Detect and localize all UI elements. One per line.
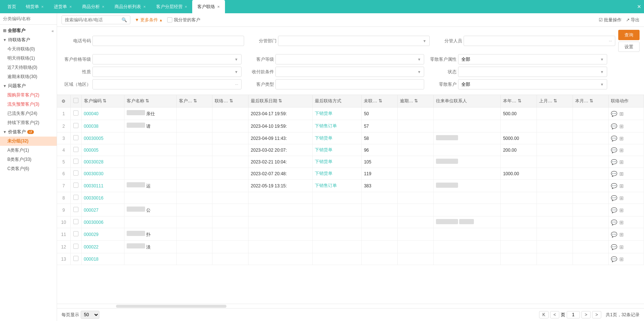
reset-button[interactable]: 设置	[618, 42, 640, 52]
sidebar-item-abnormal[interactable]: 囤购异常客户(2)	[0, 91, 57, 100]
th-overdue[interactable]: 逾期… ⇅	[398, 95, 434, 107]
more-icon[interactable]: ⊞	[619, 207, 624, 213]
row-checkbox[interactable]	[73, 159, 78, 164]
th-last-contact-date[interactable]: 最后联系日期 ⇅	[249, 95, 313, 107]
message-icon[interactable]: 💬	[611, 171, 617, 177]
cell-checkbox[interactable]	[70, 228, 81, 241]
message-icon[interactable]: 💬	[611, 195, 617, 201]
scrollbar-area[interactable]	[57, 304, 644, 308]
contact-method-link[interactable]: 下销货单	[315, 111, 332, 116]
row-checkbox[interactable]	[73, 183, 78, 188]
sidebar-search-input[interactable]	[3, 16, 57, 21]
row-checkbox[interactable]	[73, 110, 78, 116]
tab-close-sales-order[interactable]: ×	[41, 4, 43, 9]
th-contact[interactable]: 联络… ⇅	[212, 95, 249, 107]
filter-select-status[interactable]: ▼	[458, 67, 607, 77]
th-unlink-days[interactable]: 未联… ⇅	[362, 95, 398, 107]
cell-checkbox[interactable]	[70, 156, 81, 168]
filter-input-phone[interactable]	[92, 36, 244, 46]
cell-checkbox[interactable]	[70, 241, 81, 253]
th-name[interactable]: 客户名称 ⇅	[124, 95, 177, 107]
tab-close-product-analysis-list[interactable]: ×	[143, 4, 145, 9]
more-icon[interactable]: ⊞	[619, 219, 624, 225]
first-page-btn[interactable]: K	[539, 311, 549, 318]
message-icon[interactable]: 💬	[611, 256, 617, 262]
row-checkbox[interactable]	[73, 256, 78, 261]
more-icon[interactable]: ⊞	[619, 123, 624, 129]
more-icon[interactable]: ⊞	[619, 195, 624, 201]
more-icon[interactable]: ⊞	[619, 159, 624, 165]
all-customers-header[interactable]: ⊞ 全部客户 «	[0, 25, 57, 35]
cell-checkbox[interactable]	[70, 192, 81, 204]
tab-home[interactable]: 首页	[3, 0, 21, 13]
sidebar-item-churn-warning[interactable]: 流失预警客户(3)	[0, 100, 57, 109]
tab-close-customer-segment[interactable]: ×	[185, 4, 187, 9]
th-contacts-person[interactable]: 往来单位联系人	[433, 95, 500, 107]
message-icon[interactable]: 💬	[611, 123, 617, 129]
message-icon[interactable]: 💬	[611, 183, 617, 189]
th-checkbox[interactable]	[70, 95, 81, 107]
cell-checkbox[interactable]	[70, 133, 81, 144]
filter-select-manager[interactable]: ···	[464, 36, 615, 46]
more-conditions-btn[interactable]: ▼ 更多条件 ▲	[135, 17, 163, 23]
more-icon[interactable]: ⊞	[619, 232, 624, 237]
contact-method-link[interactable]: 下销货单	[315, 171, 332, 176]
row-checkbox[interactable]	[73, 123, 78, 128]
more-icon[interactable]: ⊞	[619, 244, 624, 250]
group-value-customers[interactable]: ▼ 价值客户 ↺	[0, 127, 57, 137]
filter-select-retail-attr[interactable]: 全部 ▼	[458, 54, 607, 64]
more-icon[interactable]: ⊞	[619, 147, 624, 153]
filter-select-price-level[interactable]: ▼	[92, 54, 242, 64]
current-page-input[interactable]	[567, 311, 580, 318]
more-icon[interactable]: ⊞	[619, 171, 624, 177]
message-icon[interactable]: 💬	[611, 135, 617, 141]
prev-page-btn[interactable]: <	[550, 311, 559, 318]
filter-select-customer-type[interactable]	[275, 79, 425, 89]
tab-close-product-analysis[interactable]: ×	[102, 4, 104, 9]
row-checkbox[interactable]	[73, 231, 78, 236]
my-customers-checkbox[interactable]	[167, 17, 172, 22]
tab-sales-order[interactable]: 销货单 ×	[21, 0, 49, 13]
sidebar-item-churned[interactable]: 已流失客户(24)	[0, 109, 57, 118]
tab-product-analysis[interactable]: 商品分析 ×	[77, 0, 109, 13]
th-type[interactable]: 客户… ⇅	[176, 95, 212, 107]
more-icon[interactable]: ⊞	[619, 135, 624, 141]
filter-select-payment[interactable]: ▼	[275, 67, 425, 77]
export-btn[interactable]: ↗ 导出	[626, 17, 640, 23]
filter-select-nature[interactable]: ▼	[92, 67, 242, 77]
next-page-btn[interactable]: >	[581, 311, 591, 318]
cell-checkbox[interactable]	[70, 253, 81, 265]
tab-close-customer-contact[interactable]: ×	[217, 4, 219, 9]
sidebar-item-class-c[interactable]: C类客户(6)	[0, 164, 57, 173]
th-code[interactable]: 客户编码 ⇅	[81, 95, 124, 107]
horizontal-scrollbar[interactable]	[116, 305, 226, 308]
row-checkbox[interactable]	[73, 135, 78, 140]
contact-method-link[interactable]: 下销售订单	[315, 183, 337, 188]
message-icon[interactable]: 💬	[611, 111, 617, 117]
th-settings[interactable]: ⚙	[57, 95, 70, 107]
select-all-checkbox[interactable]	[73, 98, 78, 103]
cell-checkbox[interactable]	[70, 144, 81, 156]
contact-method-link[interactable]: 下销售订单	[315, 123, 337, 128]
query-button[interactable]: 查询	[618, 30, 640, 40]
tab-purchase[interactable]: 进货单 ×	[49, 0, 77, 13]
message-icon[interactable]: 💬	[611, 147, 617, 153]
filter-select-customer-level[interactable]: ▼	[275, 54, 425, 64]
row-checkbox[interactable]	[73, 219, 78, 224]
filter-select-region[interactable]: ···	[92, 79, 242, 89]
message-icon[interactable]: 💬	[611, 207, 617, 213]
message-icon[interactable]: 💬	[611, 219, 617, 225]
contact-method-link[interactable]: 下销货单	[315, 147, 332, 152]
message-icon[interactable]: 💬	[611, 159, 617, 165]
tab-customer-contact[interactable]: 客户联络 ×	[192, 0, 225, 13]
sidebar-item-overdue[interactable]: 逾期未联络(30)	[0, 72, 57, 81]
search-input[interactable]	[65, 17, 120, 22]
tab-customer-segment[interactable]: 客户分层经营 ×	[151, 0, 192, 13]
more-icon[interactable]: ⊞	[619, 111, 624, 117]
cell-checkbox[interactable]	[70, 120, 81, 133]
group-problem-customers[interactable]: ▼ 问题客户	[0, 81, 57, 91]
sidebar-item-today[interactable]: 今天待联络(0)	[0, 45, 57, 54]
sidebar-item-7days[interactable]: 近7天待联络(0)	[0, 63, 57, 72]
group-pending-contact[interactable]: ▼ 待联络客户	[0, 35, 57, 45]
row-checkbox[interactable]	[73, 147, 78, 152]
